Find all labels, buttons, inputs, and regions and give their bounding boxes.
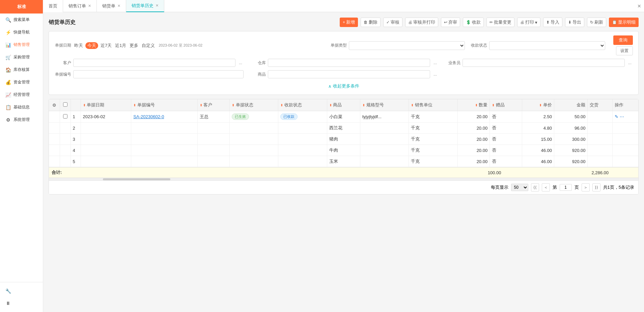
sidebar-item-system[interactable]: ⚙ 系统管理 [0, 113, 43, 126]
row-checkbox[interactable] [60, 145, 71, 156]
customer-input[interactable] [73, 59, 235, 67]
import-button[interactable]: ⬆ 导入 [543, 18, 562, 27]
cell-transaction [588, 134, 613, 145]
export-button[interactable]: ⬇ 导出 [565, 18, 584, 27]
th-customer[interactable]: ⬍ 客户 [197, 99, 229, 111]
th-unit-price[interactable]: ⬍ 单价 [522, 99, 554, 111]
table-row: 2西兰花千克20.00否4.8096.00 [49, 123, 638, 134]
th-doc-status[interactable]: ⬍ 单据状态 [229, 99, 278, 111]
cell-doc-number[interactable]: SA-20230602-0 [131, 111, 197, 123]
select-all-checkbox[interactable] [63, 102, 67, 107]
close-all-icon[interactable]: ✕ [637, 3, 641, 9]
payment-status-select[interactable] [489, 41, 605, 50]
sidebar-item-basic-info[interactable]: 📋 基础信息 [0, 101, 43, 113]
sidebar-item-purchase[interactable]: 🛒 采购管理 [0, 51, 43, 63]
th-payment-status[interactable]: ⬍ 收款状态 [278, 99, 327, 111]
th-actions: 操作 [613, 99, 639, 111]
cell-doc-number[interactable] [131, 145, 197, 156]
scrollbar-thumb[interactable] [103, 178, 170, 180]
new-button[interactable]: + 新增 [340, 18, 358, 27]
tab-sales-order[interactable]: 销售订单 ✕ [63, 0, 97, 12]
shortcut-yesterday[interactable]: 昨天 [73, 42, 84, 49]
th-goods[interactable]: ⬍ 商品 [327, 99, 360, 111]
row-select-checkbox[interactable] [63, 114, 67, 119]
next-page-button[interactable]: ＞ [582, 183, 590, 191]
query-button[interactable]: 查询 [613, 35, 633, 45]
tab-sales-delivery-close[interactable]: ✕ [117, 4, 120, 8]
cell-spec [360, 134, 409, 145]
cell-doc-number[interactable] [131, 134, 197, 145]
batch-change-button[interactable]: ✏ 批量变更 [486, 18, 514, 27]
sidebar-item-inventory[interactable]: 🏠 库存核算 [0, 63, 43, 76]
goods-ellipsis-button[interactable]: ... [432, 71, 438, 77]
shortcut-1month[interactable]: 近1月 [114, 42, 127, 49]
row-checkbox[interactable] [60, 111, 71, 123]
sidebar-item-sales[interactable]: 📊 销售管理 [0, 38, 43, 51]
shortcut-more[interactable]: 更多 [129, 42, 139, 49]
print-button[interactable]: 🖨 打印 ▾ [517, 18, 540, 27]
th-quantity[interactable]: ⬍ 数量 [457, 99, 489, 111]
sidebar-bottom-item-1[interactable]: 🔧 [0, 285, 43, 297]
sidebar-item-finance[interactable]: 💰 资金管理 [0, 76, 43, 88]
horizontal-scrollbar[interactable] [49, 178, 638, 180]
tab-home[interactable]: 首页 [43, 0, 63, 12]
abandon-button[interactable]: ↩ 弃审 [441, 18, 460, 27]
row-checkbox[interactable] [60, 123, 71, 134]
approve-print-button[interactable]: 🖨 审核并打印 [405, 18, 438, 27]
goods-input[interactable] [268, 70, 430, 78]
cell-goods: 小白菜 [327, 111, 360, 123]
th-checkbox[interactable] [60, 99, 71, 111]
summary-total-quantity: 100.00 [488, 170, 589, 175]
sidebar: 标准 🔍 搜索菜单 ⚡ 快捷导航 📊 销售管理 🛒 采购管理 🏠 库存核算 💰 … [0, 0, 43, 312]
th-settings[interactable]: ⚙ [49, 99, 60, 111]
cell-doc-number[interactable] [131, 123, 197, 134]
more-actions-icon[interactable]: ⋯ [620, 114, 624, 119]
th-doc-number[interactable]: ⬍ 单据编号 [131, 99, 197, 111]
first-page-button[interactable]: ⟨⟨ [531, 183, 539, 191]
page-number-input[interactable] [560, 184, 572, 191]
doc-number-input[interactable] [73, 70, 244, 78]
th-doc-date[interactable]: ⬍ 单据日期 [81, 99, 131, 111]
tab-sales-history-close[interactable]: ✕ [156, 3, 159, 8]
customer-ellipsis-button[interactable]: ... [237, 60, 244, 66]
doc-type-select[interactable] [349, 41, 465, 50]
warehouse-ellipsis-button[interactable]: ... [432, 60, 438, 66]
shortcut-7days[interactable]: 近7天 [100, 42, 113, 49]
sidebar-item-quick-nav[interactable]: ⚡ 快捷导航 [0, 26, 43, 38]
edit-icon[interactable]: ✎ [615, 114, 618, 119]
sidebar-bottom-item-2[interactable]: ⏸ [0, 297, 43, 309]
shortcut-today[interactable]: 今天 [85, 42, 98, 49]
payment-status-badge: 已收款 [280, 113, 298, 120]
collapse-button[interactable]: ∧ 收起更多条件 [54, 82, 633, 90]
cell-doc-number[interactable] [131, 156, 197, 167]
salesperson-input[interactable] [463, 59, 625, 67]
page-size-select[interactable]: 50 100 [511, 184, 528, 191]
approve-button[interactable]: ✓ 审核 [383, 18, 402, 27]
tab-sales-delivery[interactable]: 销货单 ✕ [97, 0, 126, 12]
refresh-button[interactable]: ↻ 刷新 [587, 18, 606, 27]
cell-actions [613, 123, 639, 134]
tab-sales-history[interactable]: 销货单历史 ✕ [126, 0, 164, 12]
delete-button[interactable]: 🗑 删除 [361, 18, 381, 27]
th-gift[interactable]: ⬍ 赠品 [490, 99, 522, 111]
last-page-button[interactable]: ⟩⟩ [592, 183, 600, 191]
cell-customer [197, 134, 229, 145]
shortcut-custom[interactable]: 自定义 [141, 42, 156, 49]
show-detail-button[interactable]: 📋 显示明细 [609, 18, 639, 27]
row-checkbox[interactable] [60, 156, 71, 167]
warehouse-input[interactable] [268, 59, 430, 67]
th-spec[interactable]: ⬍ 规格型号 [360, 99, 409, 111]
tabs-bar-close[interactable]: ✕ [637, 3, 644, 9]
tab-sales-order-close[interactable]: ✕ [88, 4, 91, 8]
sidebar-item-operations[interactable]: 📈 经营管理 [0, 88, 43, 101]
setting-button[interactable]: 设置 [616, 46, 633, 55]
row-checkbox[interactable] [60, 134, 71, 145]
th-sales-unit[interactable]: ⬍ 销售单位 [409, 99, 457, 111]
doc-number-link[interactable]: SA-20230602-0 [133, 114, 164, 119]
salesperson-ellipsis-button[interactable]: ... [627, 60, 633, 66]
sidebar-logo: 标准 [0, 0, 43, 14]
cell-gift: 否 [490, 145, 522, 156]
collect-button[interactable]: 💲 收款 [463, 18, 484, 27]
sidebar-item-search[interactable]: 🔍 搜索菜单 [0, 14, 43, 26]
prev-page-button[interactable]: ＜ [542, 183, 550, 191]
